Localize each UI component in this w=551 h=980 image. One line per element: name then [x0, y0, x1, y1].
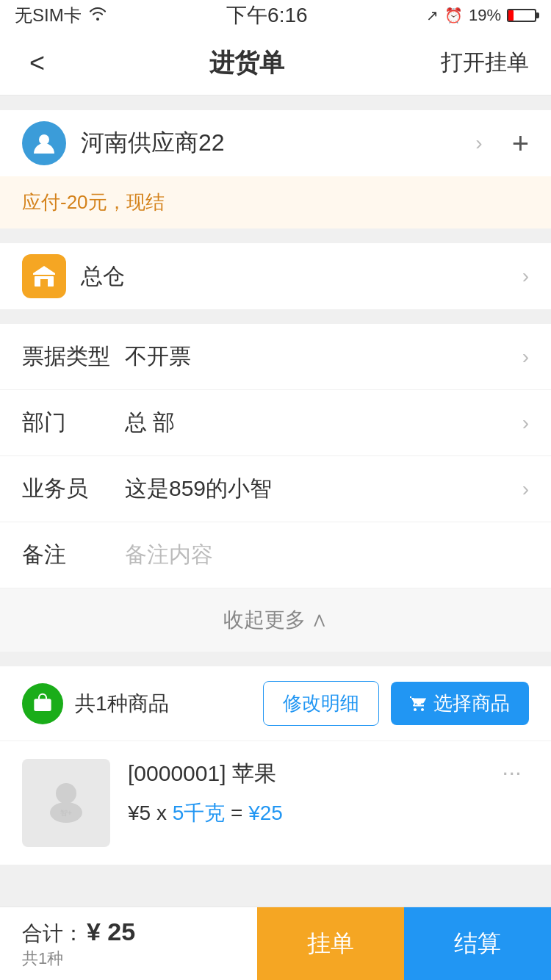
- product-default-icon: 智+: [40, 777, 92, 829]
- note-label: 备注: [22, 540, 110, 570]
- invoice-value: 不开票: [110, 342, 522, 372]
- supplier-chevron-icon: ›: [475, 131, 482, 155]
- salesperson-value: 这是859的小智: [110, 474, 522, 504]
- warehouse-row[interactable]: 总仓 ›: [0, 243, 551, 309]
- open-pending-button[interactable]: 打开挂单: [441, 48, 529, 78]
- product-more-button[interactable]: ···: [494, 759, 529, 786]
- dept-chevron-icon: ›: [522, 411, 529, 435]
- invoice-row[interactable]: 票据类型 不开票 ›: [0, 324, 551, 390]
- page-title: 进货单: [209, 46, 284, 80]
- product-item: 智+ [0000001] 苹果 ¥5 x 5千克 = ¥25 ···: [0, 741, 551, 865]
- invoice-chevron-icon: ›: [522, 345, 529, 369]
- product-thumbnail: 智+: [22, 759, 110, 847]
- dept-row[interactable]: 部门 总 部 ›: [0, 390, 551, 456]
- salesperson-row[interactable]: 业务员 这是859的小智 ›: [0, 456, 551, 522]
- select-product-button[interactable]: 选择商品: [391, 682, 529, 725]
- add-button[interactable]: +: [512, 127, 529, 160]
- svg-text:智+: 智+: [60, 809, 72, 817]
- hang-button[interactable]: 挂单: [257, 907, 404, 980]
- network-label: 无SIM卡: [15, 4, 82, 27]
- bottom-bar: 合计： ¥ 25 共1种 挂单 结算: [0, 907, 551, 980]
- divider-2: [0, 228, 551, 243]
- supplier-section: 河南供应商22 › + 应付-20元，现结: [0, 110, 551, 228]
- divider-3: [0, 309, 551, 324]
- alarm-icon: ⏰: [444, 7, 463, 24]
- divider-1: [0, 96, 551, 110]
- product-total: ¥25: [248, 801, 283, 824]
- product-count: 共1种商品: [75, 690, 263, 718]
- total-count: 共1种: [22, 948, 235, 970]
- svg-point-0: [39, 134, 49, 145]
- battery-percent: 19%: [469, 6, 501, 25]
- wifi-icon: [87, 5, 108, 26]
- total-amount: ¥ 25: [87, 918, 135, 946]
- select-product-label: 选择商品: [433, 691, 510, 716]
- notice-bar: 应付-20元，现结: [0, 176, 551, 228]
- back-button[interactable]: <: [22, 40, 52, 86]
- product-section-icon: [22, 683, 63, 724]
- svg-rect-2: [40, 279, 48, 287]
- product-quantity: 5千克: [173, 801, 226, 824]
- supplier-row[interactable]: 河南供应商22 › +: [0, 110, 551, 176]
- product-header: 共1种商品 修改明细 选择商品: [0, 666, 551, 741]
- status-right: ↗ ⏰ 19%: [426, 6, 536, 25]
- dept-value: 总 部: [110, 408, 522, 438]
- checkout-button[interactable]: 结算: [404, 907, 551, 980]
- supplier-name: 河南供应商22: [81, 127, 475, 159]
- status-left: 无SIM卡: [15, 4, 108, 27]
- svg-rect-3: [34, 699, 51, 711]
- invoice-label: 票据类型: [22, 342, 110, 372]
- status-time: 下午6:16: [226, 1, 308, 29]
- form-section: 票据类型 不开票 › 部门 总 部 › 业务员 这是859的小智 › 备注 备注…: [0, 324, 551, 588]
- battery-icon: [507, 9, 536, 22]
- warehouse-label: 总仓: [81, 262, 522, 292]
- nav-bar: < 进货单 打开挂单: [0, 31, 551, 96]
- product-info: [0000001] 苹果 ¥5 x 5千克 = ¥25: [128, 759, 494, 827]
- warehouse-icon: [22, 254, 66, 298]
- collapse-toggle[interactable]: 收起更多 ∧: [0, 588, 551, 652]
- svg-point-6: [56, 783, 76, 804]
- note-row[interactable]: 备注 备注内容: [0, 522, 551, 588]
- edit-detail-button[interactable]: 修改明细: [263, 681, 379, 726]
- status-bar: 无SIM卡 下午6:16 ↗ ⏰ 19%: [0, 0, 551, 31]
- divider-4: [0, 652, 551, 666]
- warehouse-section: 总仓 ›: [0, 243, 551, 309]
- salesperson-label: 业务员: [22, 474, 110, 504]
- total-section: 合计： ¥ 25 共1种: [0, 907, 257, 980]
- product-section: 共1种商品 修改明细 选择商品 智+ [0000001] 苹果: [0, 666, 551, 865]
- cart-icon: [410, 695, 428, 713]
- total-label: 合计：: [22, 920, 84, 948]
- dept-label: 部门: [22, 408, 110, 438]
- note-input[interactable]: 备注内容: [110, 540, 529, 570]
- product-price: ¥5 x 5千克 = ¥25: [128, 799, 494, 827]
- salesperson-chevron-icon: ›: [522, 478, 529, 501]
- warehouse-chevron-icon: ›: [522, 264, 529, 288]
- product-name: [0000001] 苹果: [128, 759, 494, 789]
- supplier-avatar: [22, 121, 66, 165]
- location-icon: ↗: [426, 7, 439, 24]
